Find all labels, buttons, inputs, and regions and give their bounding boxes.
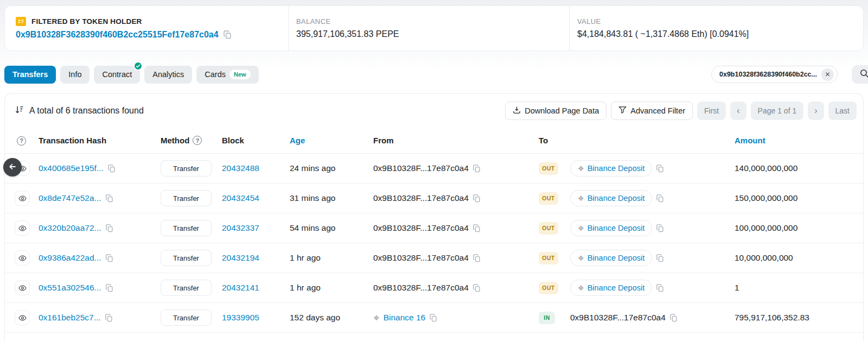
advanced-filter-button[interactable]: Advanced Filter (611, 102, 693, 120)
copy-icon[interactable] (223, 30, 232, 39)
binance-diamond-icon: ❖ (578, 254, 584, 262)
amount-text: 1 (735, 283, 739, 292)
direction-badge-box: OUT (539, 222, 563, 235)
to-tag-label[interactable]: Binance Deposit (588, 164, 645, 173)
copy-icon[interactable] (656, 284, 664, 292)
back-button-overlay[interactable] (3, 158, 22, 176)
copy-icon[interactable] (473, 254, 481, 262)
header-age-sort-link[interactable]: Age (290, 136, 373, 145)
tx-hash-link[interactable]: 0x320b20aa72... (39, 223, 101, 233)
pagination-last-button[interactable]: Last (828, 102, 857, 120)
tab-analytics[interactable]: Analytics (144, 66, 192, 84)
age-text: 152 days ago (290, 313, 340, 322)
block-link[interactable]: 20432488 (222, 163, 259, 173)
copy-icon[interactable] (669, 314, 678, 322)
table-header-row: ? Transaction Hash Method ? Block Age Fr… (5, 128, 863, 154)
download-page-data-button[interactable]: Download Page Data (505, 102, 607, 120)
copy-icon[interactable] (105, 284, 113, 292)
tx-hash-link[interactable]: 0x8de747e52a... (39, 193, 101, 203)
eye-cell (11, 280, 39, 295)
block-link[interactable]: 20432454 (222, 193, 259, 203)
tx-hash-link[interactable]: 0x400685e195f... (39, 163, 104, 173)
method-badge: Transfer (161, 220, 212, 236)
copy-icon[interactable] (107, 165, 116, 173)
from-party: ❖Binance 16 (373, 313, 437, 323)
to-tag-label[interactable]: Binance Deposit (588, 254, 645, 262)
to-tag-link[interactable]: ❖Binance Deposit (570, 220, 652, 236)
tab-transfers-label: Transfers (12, 70, 48, 79)
age-text: 54 mins ago (290, 223, 335, 232)
to-tag-link[interactable]: ❖Binance Deposit (570, 160, 652, 176)
to-address: 0x9B10328F...17e87c0a4 (570, 313, 666, 323)
header-from: From (373, 136, 539, 145)
copy-icon[interactable] (656, 224, 664, 232)
copy-icon[interactable] (105, 254, 113, 262)
copy-icon[interactable] (429, 314, 437, 322)
to-tag-link[interactable]: ❖Binance Deposit (570, 280, 652, 296)
amount-text: 140,000,000,000 (735, 163, 797, 173)
tx-hash-link[interactable]: 0x9386a422ad... (39, 253, 101, 263)
token-holder-summary-card: FILTERED BY TOKEN HOLDER 0x9B10328F36283… (4, 5, 864, 51)
to-tag-label[interactable]: Binance Deposit (588, 224, 645, 232)
tx-hash-link[interactable]: 0x161beb25c7... (39, 313, 101, 323)
to-tag-label[interactable]: Binance Deposit (588, 194, 645, 203)
eye-button[interactable] (15, 250, 30, 266)
copy-icon[interactable] (105, 194, 113, 203)
eye-button[interactable] (15, 310, 30, 325)
pagination-prev-button[interactable]: ‹ (730, 102, 746, 120)
tab-info[interactable]: Info (60, 66, 90, 84)
to-cell: IN0x9B10328F...17e87c0a4 (539, 312, 735, 324)
copy-icon[interactable] (656, 254, 664, 262)
verified-check-icon (133, 61, 143, 71)
tab-transfers[interactable]: Transfers (4, 66, 56, 84)
direction-badge: OUT (539, 252, 558, 264)
direction-badge-box: IN (539, 312, 563, 324)
eye-button[interactable] (15, 191, 30, 206)
search-button[interactable] (852, 65, 868, 84)
block-link[interactable]: 20432194 (222, 253, 259, 262)
address-chip-text: 0x9b10328f3628390f460b2cc... (719, 71, 817, 78)
eye-button[interactable] (15, 220, 30, 236)
copy-icon[interactable] (656, 165, 664, 173)
header-amount-sort-link[interactable]: Amount (735, 136, 857, 145)
age-cell: 54 mins ago (290, 223, 373, 233)
binance-diamond-icon: ❖ (578, 165, 584, 173)
direction-badge: OUT (539, 222, 558, 235)
age-text: 1 hr ago (290, 283, 321, 292)
table-row: 0x320b20aa72...Transfer2043233754 mins a… (5, 213, 863, 243)
block-link[interactable]: 20432337 (222, 223, 259, 232)
from-tag-link[interactable]: ❖Binance 16 (373, 313, 425, 323)
to-party: ❖Binance Deposit (570, 160, 664, 176)
sort-icon (15, 105, 24, 117)
copy-icon[interactable] (473, 224, 481, 232)
close-icon[interactable]: ✕ (821, 68, 834, 81)
block-link[interactable]: 19339905 (222, 313, 259, 322)
tx-hash-link[interactable]: 0x551a302546... (39, 283, 101, 293)
search-area: 0x9b10328f3628390f460b2cc... ✕ (711, 65, 868, 84)
to-tag-label[interactable]: Binance Deposit (588, 283, 645, 292)
age-cell: 1 hr ago (290, 283, 373, 293)
copy-icon[interactable] (473, 165, 481, 173)
age-cell: 31 mins ago (290, 193, 373, 203)
copy-icon[interactable] (105, 314, 113, 322)
block-link[interactable]: 20432141 (222, 283, 259, 292)
table-row: 0x161beb25c7...Transfer19339905152 days … (5, 303, 863, 333)
binance-diamond-icon: ❖ (578, 224, 584, 232)
copy-icon[interactable] (656, 194, 664, 203)
from-cell: 0x9B10328F...17e87c0a4 (373, 163, 539, 173)
copy-icon[interactable] (105, 224, 113, 232)
tab-contract[interactable]: Contract (94, 66, 140, 84)
pagination-first-button[interactable]: First (697, 102, 726, 120)
to-tag-link[interactable]: ❖Binance Deposit (570, 250, 652, 266)
eye-button[interactable] (15, 280, 30, 295)
token-holder-address-link[interactable]: 0x9B10328F3628390f460B2cc25515Fef17e87c0… (16, 30, 219, 40)
from-tag-label[interactable]: Binance 16 (384, 313, 426, 323)
copy-icon[interactable] (473, 284, 481, 292)
filter-funnel-icon (618, 106, 627, 116)
block-cell: 20432141 (222, 283, 290, 293)
pagination-next-button[interactable]: › (808, 102, 824, 120)
copy-icon[interactable] (473, 194, 481, 203)
balance-label: BALANCE (296, 17, 569, 26)
to-tag-link[interactable]: ❖Binance Deposit (570, 190, 652, 206)
tab-cards[interactable]: Cards New (196, 66, 258, 84)
